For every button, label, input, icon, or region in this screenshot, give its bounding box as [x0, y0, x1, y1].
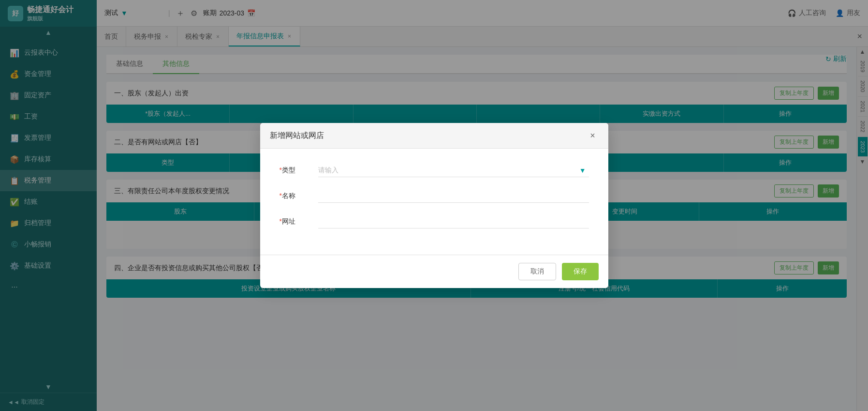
url-input-wrap [318, 214, 589, 228]
save-button[interactable]: 保存 [562, 263, 599, 280]
type-label: *类型 [280, 166, 318, 175]
name-input-wrap [318, 189, 589, 203]
form-group-name: *名称 [280, 189, 589, 203]
modal-title: 新增网站或网店 [270, 131, 324, 141]
form-group-url: *网址 [280, 214, 589, 228]
form-group-type: *类型 ▼ [280, 163, 589, 177]
name-label: *名称 [280, 192, 318, 200]
modal-overlay: 新增网站或网店 × *类型 ▼ *名称 [0, 0, 868, 411]
modal-close-button[interactable]: × [587, 130, 599, 141]
modal-header: 新增网站或网店 × [260, 123, 608, 149]
modal-footer: 取消 保存 [260, 255, 608, 288]
type-input[interactable] [318, 163, 589, 177]
type-input-wrap: ▼ [318, 163, 589, 177]
url-input[interactable] [318, 214, 589, 228]
name-input[interactable] [318, 189, 589, 203]
add-website-modal: 新增网站或网店 × *类型 ▼ *名称 [260, 123, 608, 288]
modal-body: *类型 ▼ *名称 *网址 [260, 149, 608, 255]
cancel-button[interactable]: 取消 [518, 263, 556, 280]
url-label: *网址 [280, 217, 318, 226]
